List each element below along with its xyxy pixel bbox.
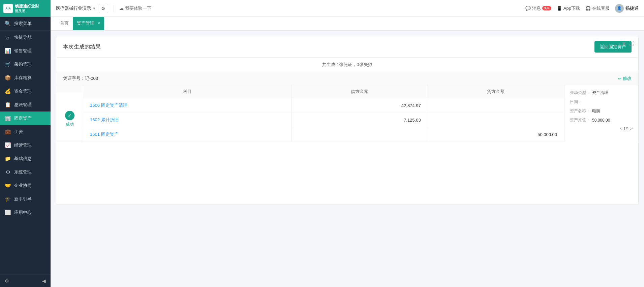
table-row: 1602 累计折旧 7,125.03	[83, 113, 564, 127]
row3-credit: 50,000.00	[428, 127, 564, 142]
panel-controls: ✕ ⛶	[622, 40, 634, 47]
sidebar-item-label: 固定资产	[14, 115, 32, 121]
sidebar-item-purchase[interactable]: 🛒 采购管理	[0, 58, 51, 71]
sidebar-item-label: 销售管理	[14, 48, 32, 54]
ledger-icon: 📋	[5, 102, 11, 108]
edit-button[interactable]: ✏ 修改	[618, 75, 632, 82]
sidebar-item-inventory[interactable]: 📦 库存核算	[0, 71, 51, 85]
sidebar-item-search[interactable]: 🔍 搜索菜单	[0, 17, 51, 31]
row2-subject: 1602 累计折旧	[83, 113, 292, 127]
col-debit: 借方金额	[292, 85, 428, 98]
table-header-row: 科目 借方金额 贷方金额	[83, 85, 564, 98]
purchase-icon: 🛒	[5, 61, 11, 67]
table-row: 1601 固定资产 50,000.00	[83, 127, 564, 142]
sidebar-item-quicknav[interactable]: ⌂ 快捷导航	[0, 31, 51, 44]
sidebar-item-label: 工资	[14, 129, 23, 135]
company-selector[interactable]: 医疗器械行业演示 ▼	[56, 5, 96, 11]
sidebar-item-fixed-assets[interactable]: 🏢 固定资产	[0, 111, 51, 125]
app-download-button[interactable]: 📱 App下载	[557, 5, 580, 11]
status-empty-2	[56, 141, 83, 142]
message-badge: 99+	[542, 6, 551, 10]
tab-home[interactable]: 首页	[56, 17, 73, 30]
sidebar-item-operations[interactable]: 📈 经营管理	[0, 138, 51, 152]
row1-debit: 42,874.97	[292, 98, 428, 113]
basic-info-icon: 📁	[5, 156, 11, 162]
voucher-block: 凭证字号：记-003 ✏ 修改	[56, 72, 638, 142]
sidebar-item-guide[interactable]: 🎓 新手引导	[0, 192, 51, 206]
sidebar-item-basic-info[interactable]: 📁 基础信息	[0, 152, 51, 165]
collapse-icon[interactable]: ◀	[42, 278, 46, 284]
sidebar-item-system[interactable]: ⚙ 系统管理	[0, 165, 51, 179]
row2-debit: 7,125.03	[292, 113, 428, 127]
close-panel-icon[interactable]: ✕	[622, 40, 626, 47]
search-icon: 🔍	[5, 21, 11, 27]
app-edition: 普及版	[15, 9, 39, 13]
change-type-label: 变动类型：	[570, 90, 590, 96]
row3-subject: 1601 固定资产	[83, 127, 292, 142]
side-info-panel: 变动类型： 资产清理 日期： 资产名称： 电脑 资产原值：	[564, 85, 638, 142]
message-icon: 💬	[525, 6, 531, 11]
tab-asset-management[interactable]: 资产管理 ×	[73, 17, 104, 30]
sidebar-item-salary[interactable]: 💼 工资	[0, 125, 51, 138]
sidebar-item-label: 系统管理	[14, 169, 32, 175]
tab-asset-label: 资产管理	[77, 21, 94, 26]
result-panel: ✕ ⛶ 本次生成的结果 返回固定资产 共生成 1张凭证，0张失败 凭证字号：记-…	[56, 36, 639, 204]
download-icon: 📱	[557, 6, 562, 11]
sidebar-item-sales[interactable]: 📊 销售管理	[0, 44, 51, 58]
customer-service-label: 在线客服	[592, 5, 610, 11]
row1-subject: 1606 固定资产清理	[83, 98, 292, 113]
settings-button[interactable]: ⚙	[99, 4, 108, 13]
customer-service-button[interactable]: 🎧 在线客服	[585, 5, 610, 11]
sidebar-item-label: 应用中心	[14, 210, 32, 216]
status-col-header	[56, 85, 83, 92]
sidebar-item-label: 经营管理	[14, 142, 32, 148]
user-menu[interactable]: 👤 畅捷通	[615, 4, 639, 13]
tab-close-icon[interactable]: ×	[98, 21, 100, 26]
col-credit: 贷方金额	[428, 85, 564, 98]
original-value-value: 50,000.00	[592, 118, 610, 123]
guide-icon: 🎓	[5, 196, 11, 202]
row1-credit	[428, 98, 564, 113]
sidebar-item-label: 新手引导	[14, 196, 32, 202]
main-area: 医疗器械行业演示 ▼ ⚙ ☁ 我要体验一下 💬 消息 99+ 📱 App下载 🎧…	[51, 0, 644, 287]
avatar-icon: 👤	[617, 6, 622, 10]
settings-icon[interactable]: ⚙	[5, 278, 9, 284]
change-type-value: 资产清理	[592, 90, 608, 96]
fund-icon: 💰	[5, 88, 11, 94]
topbar-right: 💬 消息 99+ 📱 App下载 🎧 在线客服 👤 畅捷通	[525, 4, 639, 13]
edit-label: 修改	[623, 75, 632, 82]
asset-name-label: 资产名称：	[570, 108, 590, 114]
logo-abbr: AtA	[5, 7, 11, 10]
pagination[interactable]: < 1/1 >	[570, 126, 633, 131]
app-download-label: App下载	[563, 5, 580, 11]
pagination-text[interactable]: < 1/1 >	[620, 126, 633, 131]
topbar-divider	[114, 5, 114, 12]
sidebar-item-enterprise[interactable]: 🤝 企业协同	[0, 179, 51, 192]
sidebar-item-ledger[interactable]: 📋 总账管理	[0, 98, 51, 111]
experience-button[interactable]: ☁ 我要体验一下	[119, 5, 151, 11]
sales-icon: 📊	[5, 48, 11, 54]
tab-bar: 首页 资产管理 ×	[51, 17, 644, 31]
home-icon: ⌂	[5, 35, 11, 40]
row2-credit	[428, 113, 564, 127]
sidebar: AtA 畅捷通好业财 普及版 🔍 搜索菜单 ⌂ 快捷导航 📊 销售管理 🛒 采购…	[0, 0, 51, 287]
company-name: 医疗器械行业演示	[56, 5, 91, 11]
col-subject: 科目	[83, 85, 292, 98]
tab-home-label: 首页	[60, 21, 69, 26]
change-type-row: 变动类型： 资产清理	[570, 90, 633, 96]
message-button[interactable]: 💬 消息 99+	[525, 5, 551, 11]
inventory-icon: 📦	[5, 75, 11, 81]
sidebar-search-label: 搜索菜单	[14, 21, 32, 27]
sidebar-item-fund[interactable]: 💰 资金管理	[0, 85, 51, 98]
sidebar-item-app-center[interactable]: ⬜ 应用中心	[0, 206, 51, 219]
asset-name-row: 资产名称： 电脑	[570, 108, 633, 114]
date-row: 日期：	[570, 99, 633, 105]
experience-label: 我要体验一下	[125, 5, 151, 11]
success-label: 成功	[66, 122, 74, 127]
gear-icon: ⚙	[101, 6, 105, 11]
app-center-icon: ⬜	[5, 210, 11, 216]
logo-text: 畅捷通好业财 普及版	[15, 4, 39, 13]
expand-panel-icon[interactable]: ⛶	[629, 40, 634, 47]
fixed-assets-icon: 🏢	[5, 115, 11, 121]
result-summary: 共生成 1张凭证，0张失败	[56, 57, 638, 72]
